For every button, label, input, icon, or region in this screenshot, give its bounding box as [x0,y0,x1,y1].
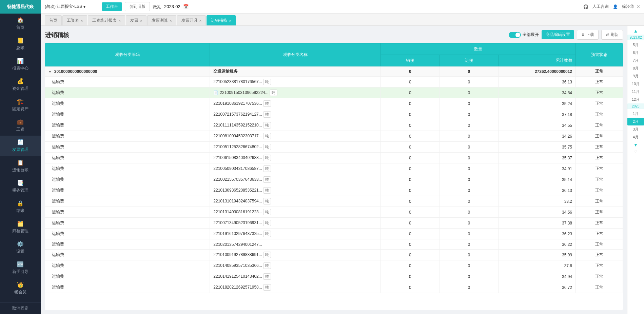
table-row[interactable]: 运输费 22100721573762194127... 吨 0 0 37.18 … [45,109,623,120]
table-row[interactable]: 运输费 22100509034317086587... 吨 0 0 34.91 … [45,163,623,174]
toggle-expand[interactable]: 全部展开 [509,32,539,38]
table-row[interactable]: 运输费 22101910361921707536... 吨 0 0 35.24 … [45,98,623,109]
download-button[interactable]: ⬇ 下载 [577,30,599,40]
cell-type: 运输费 [45,218,210,229]
month-8[interactable]: 8月 [627,64,644,72]
cell-status: 正常 [576,163,623,174]
month-5[interactable]: 5月 [627,41,644,49]
user-name[interactable]: 徐泾华 [622,4,634,9]
cell-cumulative: 36.13 [499,185,576,196]
table-row[interactable]: 运输费 22101916102976437325... 吨 0 0 36.23 … [45,229,623,239]
table-row[interactable]: 运输费 22100713490523196931... 吨 0 0 37.38 … [45,218,623,229]
unit-tag: 吨 [263,79,271,85]
expand-arrow[interactable]: ▼ [48,70,52,74]
table-row[interactable]: 运输费 📄22100915031396592224... 吨 0 0 34.84… [45,87,623,98]
workspace-button[interactable]: 工作台 [102,2,122,11]
sidebar-item-archive[interactable]: 🗂️ 归档管理 [0,217,41,237]
month-7[interactable]: 7月 [627,57,644,64]
toggle-track[interactable] [509,32,521,38]
cell-status: 正常 [576,174,623,185]
table-row[interactable]: 运输费 22101820212692571958... 吨 0 0 36.72 … [45,282,623,293]
table-row[interactable]: 运输费 22101314030816191223... 吨 0 0 34.56 … [45,207,623,218]
month-12[interactable]: 12月 [627,96,644,103]
month-10[interactable]: 10月 [627,80,644,88]
tab-invoice-open[interactable]: 发票开具 × [177,15,206,25]
table-row[interactable]: 运输费 22101009192789838691... 吨 0 0 35.99 … [45,250,623,260]
sidebar-item-salary[interactable]: 💼 工资 [0,115,41,136]
tab-reconcile[interactable]: 进销稽核 × [207,15,235,25]
company-selector[interactable]: (勿动) 江西报宝-LSS ▾ [45,4,99,9]
cell-buy: 0 [440,153,499,163]
refresh-button[interactable]: ↺ 刷新 [601,30,623,40]
month-4[interactable]: 4月 [627,133,644,141]
sidebar-item-guide[interactable]: 🆕 新手引导 [0,258,41,278]
switch-version-button[interactable]: 切到旧版 [125,2,150,11]
table-row[interactable]: 运输费 22102013574294001247... 0 0 36.22 正常 [45,239,623,250]
cell-buy: 0 [440,239,499,250]
sidebar-item-member[interactable]: 👑 畅会员 [0,278,41,298]
year-2022-label: 2023.02 [627,35,644,40]
tab-salary-close[interactable]: × [81,19,83,23]
tab-home[interactable]: 首页 [45,15,62,25]
support-label[interactable]: 人工咨询 [592,4,609,9]
timeline-up-arrow[interactable]: ▲ [632,27,639,35]
table-row[interactable]: 运输费 22100523381780176567... 吨 0 0 36.13 … [45,77,623,87]
tabsbar: 首页 工资表 × 工资统计报表 × 发票 × 发票测算 × 发票开具 × 进销稽… [41,14,644,26]
close-icon[interactable]: × [637,4,640,10]
table-row[interactable]: 运输费 22101111143592152210... 吨 0 0 34.55 … [45,120,623,131]
table-row[interactable]: ▼ 3010000000000000000 交通运输服务 0 0 27262.4… [45,66,623,77]
tab-salary-stats-close[interactable]: × [118,19,120,23]
sidebar-item-ledger[interactable]: 📒 总账 [0,34,41,54]
sidebar-item-settings[interactable]: ⚙️ 设置 [0,237,41,258]
month-6[interactable]: 6月 [627,49,644,57]
tab-invoice-calc-close[interactable]: × [170,19,172,23]
table-row[interactable]: 运输费 22100615083403402688... 吨 0 0 35.37 … [45,153,623,163]
cell-cumulative: 36.72 [499,282,576,293]
tab-invoice-close[interactable]: × [140,19,142,23]
tab-salary-stats[interactable]: 工资统计报表 × [88,15,125,25]
cell-buy: 0 [440,207,499,218]
sidebar-item-capital[interactable]: 💰 资金管理 [0,75,41,95]
th-sell: 销项 [380,55,440,66]
cell-status: 正常 [576,282,623,293]
tab-salary[interactable]: 工资表 × [62,15,87,25]
table-row[interactable]: 运输费 22100810094532303717... 吨 0 0 34.26 … [45,131,623,142]
table-row[interactable]: 运输费 22101309365208535221... 吨 0 0 36.13 … [45,185,623,196]
sidebar-item-home[interactable]: 🏠 首页 [0,14,41,34]
sidebar-item-reports[interactable]: 📊 报表中心 [0,54,41,75]
table-row[interactable]: 运输费 22101419125410143402... 吨 0 0 34.94 … [45,271,623,282]
month-11[interactable]: 11月 [627,88,644,96]
table-row[interactable]: 运输费 22100511252826674802... 吨 0 0 35.75 … [45,142,623,153]
cell-name: 交通运输服务 [210,66,381,77]
table-row[interactable]: 运输费 22101408593571035366... 吨 0 0 37.6 正… [45,260,623,271]
cell-type: 运输费 [45,282,210,293]
month-3[interactable]: 3月 [627,125,644,133]
unit-tag: 吨 [263,176,271,183]
table-row[interactable]: 运输费 22100215570357643633... 吨 0 0 35.14 … [45,174,623,185]
sidebar-item-tax[interactable]: 📑 税务管理 [0,176,41,197]
cell-buy: 0 [440,163,499,174]
cell-type: 运输费 [45,131,210,142]
th-quantity-group: 数量 [380,43,575,55]
cell-cumulative: 34.56 [499,207,576,218]
period-label: 账期 [153,4,161,10]
sidebar-item-invoice-mgmt[interactable]: 🧾 发票管理 [0,136,41,156]
sidebar-item-closing[interactable]: 🔒 结账 [0,197,41,217]
tab-invoice-calc[interactable]: 发票测算 × [147,15,176,25]
tab-invoice-open-close[interactable]: × [199,19,201,23]
unpin-button[interactable]: 取消固定 [0,302,41,314]
table-row[interactable]: 运输费 22101310194324037594... 吨 0 0 33.2 正… [45,196,623,207]
th-status: 预警状态 [576,43,623,66]
unit-tag: 吨 [263,122,271,129]
settings-button[interactable]: 商品编码设置 [542,30,574,39]
sidebar-item-sales-ledger[interactable]: 📋 进销台账 [0,156,41,176]
tab-invoice[interactable]: 发票 × [126,15,147,25]
timeline-down-arrow[interactable]: ▼ [632,141,639,149]
calendar-icon[interactable]: 📅 [183,4,189,9]
unit-tag: 吨 [263,111,271,118]
sidebar-item-assets[interactable]: 🏗️ 固定资产 [0,95,41,115]
month-1[interactable]: 1月 [627,110,644,118]
month-9[interactable]: 9月 [627,72,644,80]
month-2-active[interactable]: 2月 [627,118,644,125]
tab-reconcile-close[interactable]: × [229,19,231,23]
